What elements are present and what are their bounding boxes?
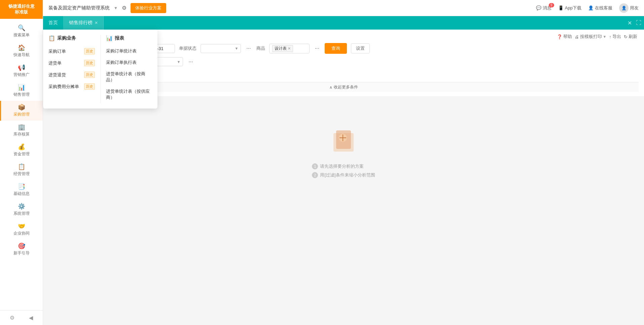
inventory-label: 库存核算 (13, 131, 30, 137)
help-link[interactable]: ❓ 帮助 (557, 34, 572, 40)
tab-sales-rank[interactable]: 销售排行榜 ✕ (64, 16, 104, 30)
system-icon: ⚙️ (18, 203, 25, 209)
salesperson-ellipsis[interactable]: ··· (187, 59, 194, 65)
tip-num-1: 1 (312, 163, 318, 169)
app-label: App下载 (565, 5, 581, 11)
service-label: 在线客服 (595, 5, 612, 11)
goods-tag-close[interactable]: ✕ (288, 46, 291, 51)
sales-icon: 📊 (18, 84, 25, 90)
tab-expand-action[interactable]: ⛶ (636, 20, 641, 26)
tip-text-1: 请先选择要分析的方案 (320, 163, 364, 169)
dropdown-item-receive-stats-goods[interactable]: 进货单统计表（按商品） (106, 68, 152, 86)
enterprise-icon: 🤝 (18, 223, 25, 229)
system-label: 系统管理 (13, 211, 30, 216)
receive-stats-supplier-label: 进货单统计表（按供应商） (106, 88, 152, 100)
dropdown-item-fee[interactable]: 采购费用分摊单 历史 (48, 81, 95, 92)
quicknav-label: 快速导航 (13, 52, 30, 58)
sidebar-item-quicknav[interactable]: 🏠快速导航 (0, 41, 43, 61)
message-badge: 9 (549, 3, 554, 7)
dropdown-item-order-exec[interactable]: 采购订单执行表 (106, 57, 152, 68)
sidebar-item-purchase[interactable]: 📦采购管理 (0, 101, 43, 121)
print-dropdown-icon[interactable]: ▼ (603, 35, 607, 39)
sidebar-item-operations[interactable]: 📋经营管理 (0, 160, 43, 180)
status-select[interactable] (201, 44, 241, 53)
help-label: 帮助 (563, 34, 572, 40)
status-ellipsis[interactable]: ··· (245, 45, 252, 51)
sidebar-footer: ⚙ ◀ (0, 310, 43, 325)
goods-tag-design: 设计表 ✕ (272, 45, 293, 52)
return-history: 历史 (84, 72, 95, 78)
export-icon: ↑ (609, 34, 612, 39)
collapse-sidebar-icon[interactable]: ◀ (29, 315, 33, 321)
basic-icon: 📑 (18, 184, 25, 190)
purchase-label: 采购管理 (13, 112, 30, 117)
purchase-order-label: 采购订单 (48, 48, 66, 54)
header-right: 💬 消息 9 📱 App下载 👤 在线客服 👤 用友 (536, 3, 639, 13)
goods-label: 商品 (256, 45, 265, 51)
goods-tag-label: 设计表 (275, 46, 287, 51)
sidebar-item-enterprise[interactable]: 🤝企业协同 (0, 220, 43, 240)
tab-home[interactable]: 首页 (43, 16, 64, 30)
tab-close-icon[interactable]: ✕ (95, 21, 98, 25)
sales-label: 销售管理 (13, 92, 30, 97)
app-download-action[interactable]: 📱 App下载 (558, 5, 581, 11)
dropdown-col-purchase: 📋 采购业务 采购订单 历史 进货单 历史 进货退货 历史 采购费用分摊单 历史 (43, 35, 101, 103)
service-icon: 👤 (588, 5, 594, 10)
sidebar-item-system[interactable]: ⚙️系统管理 (0, 200, 43, 220)
settings-icon[interactable]: ⚙ (10, 315, 14, 321)
refresh-link[interactable]: ↻ 刷新 (624, 34, 637, 40)
sidebar-item-basic[interactable]: 📑基础信息 (0, 180, 43, 200)
system-title: 装备及固定资产辅助管理系统 (48, 5, 110, 11)
tab-sales-rank-label: 销售排行榜 (69, 20, 93, 26)
goods-ellipsis[interactable]: ··· (314, 45, 321, 51)
empty-tip-2: 2 用[过滤]条件来缩小分析范围 (312, 172, 375, 178)
settings-button[interactable]: 设置 (351, 43, 370, 53)
dropdown-item-receive[interactable]: 进货单 历史 (48, 57, 95, 69)
export-label: 导出 (612, 34, 621, 40)
marketing-label: 营销推广 (13, 72, 30, 78)
dropdown-item-receive-stats-supplier[interactable]: 进货单统计表（按供应商） (106, 86, 152, 103)
enterprise-label: 企业协同 (13, 231, 30, 236)
online-service-action[interactable]: 👤 在线客服 (588, 5, 612, 11)
status-label: 单据状态 (179, 45, 196, 51)
industry-btn[interactable]: 体验行业方案 (131, 3, 166, 13)
search-icon: 🔍 (18, 25, 25, 31)
purchase-header-icon: 📋 (48, 35, 55, 41)
print-icon: 🖨 (575, 34, 579, 39)
dropdown-col-report: 📊 报表 采购订单统计表 采购订单执行表 进货单统计表（按商品） 进货单统计表（… (101, 35, 158, 103)
sidebar-item-inventory[interactable]: 🏢库存核算 (0, 121, 43, 140)
print-link[interactable]: 🖨 按模板打印 ▼ (575, 34, 607, 40)
fee-history: 历史 (84, 83, 95, 90)
purchase-icon: 📦 (18, 104, 25, 110)
marketing-icon: 📢 (18, 65, 25, 71)
header-dropdown-btn[interactable]: ▼ (114, 6, 118, 10)
sidebar-logo: 畅捷通好生意 标准版 (0, 0, 43, 19)
dropdown-item-return[interactable]: 进货退货 历史 (48, 69, 95, 81)
purchase-col-header: 📋 采购业务 (48, 35, 95, 41)
sidebar-item-marketing[interactable]: 📢营销推广 (0, 61, 43, 81)
user-label: 用友 (630, 5, 639, 11)
sidebar-item-guide[interactable]: 🎯新手引导 (0, 240, 43, 259)
refresh-icon: ↻ (624, 34, 628, 39)
user-action[interactable]: 👤 用友 (619, 3, 639, 13)
sidebar-item-search[interactable]: 🔍搜索菜单 (0, 22, 43, 41)
message-action[interactable]: 💬 消息 9 (536, 5, 551, 11)
empty-tip-1: 1 请先选择要分析的方案 (312, 163, 375, 169)
report-header-icon: 📊 (106, 35, 113, 41)
search-label: 搜索菜单 (13, 32, 30, 38)
dropdown-item-order-stats[interactable]: 采购订单统计表 (106, 45, 152, 57)
quicknav-icon: 🏠 (18, 45, 25, 51)
receive-label: 进货单 (48, 60, 62, 66)
tab-home-label: 首页 (48, 20, 58, 26)
inventory-icon: 🏢 (18, 124, 25, 130)
dropdown-item-purchase-order[interactable]: 采购订单 历史 (48, 45, 95, 57)
gear-icon[interactable]: ⚙ (122, 5, 127, 11)
export-link[interactable]: ↑ 导出 (609, 34, 621, 40)
query-button[interactable]: 查询 (325, 43, 347, 54)
sidebar-item-capital[interactable]: 💰资金管理 (0, 140, 43, 160)
tip-text-2: 用[过滤]条件来缩小分析范围 (320, 172, 375, 178)
sidebar-item-sales[interactable]: 📊销售管理 (0, 81, 43, 101)
goods-tag-input[interactable]: 设计表 ✕ (269, 44, 310, 53)
tab-close-action[interactable]: ✕ (628, 20, 632, 26)
order-exec-label: 采购订单执行表 (106, 59, 137, 66)
